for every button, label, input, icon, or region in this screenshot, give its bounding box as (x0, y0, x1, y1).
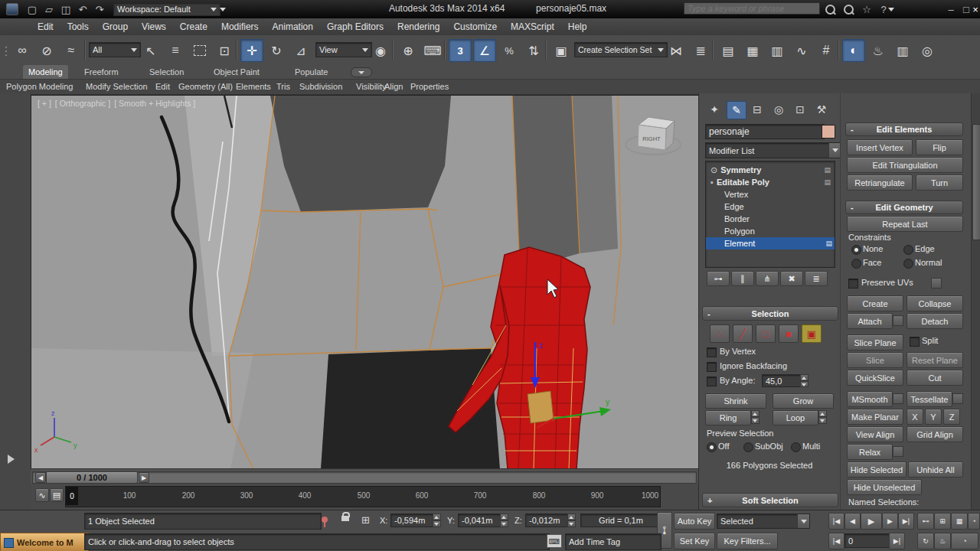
edit-triangulation-button[interactable]: Edit Triangulation (847, 157, 963, 173)
reset-plane-button[interactable]: Reset Plane (906, 352, 963, 368)
by-vertex-checkbox[interactable] (707, 347, 717, 357)
named-selection-sets-dropdown[interactable]: Create Selection Set (574, 42, 668, 57)
stack-row-icon[interactable]: ▤ (824, 166, 831, 174)
tab-selection[interactable]: Selection (144, 65, 189, 79)
set-key-button[interactable]: Set Key (674, 533, 715, 549)
viewport-menu-general[interactable]: [ + ] (38, 99, 51, 108)
x-spinner[interactable] (433, 514, 441, 527)
menu-animation[interactable]: Animation (266, 18, 320, 35)
ribbon-visibility[interactable]: Visibility (356, 80, 387, 93)
turn-button[interactable]: Turn (916, 174, 963, 191)
scene-explorer-icon[interactable]: ▦ (741, 39, 764, 62)
modifier-enabled-icon[interactable]: ⊙ (710, 165, 717, 175)
use-pivot-point-center-icon[interactable]: ◉ (369, 39, 392, 62)
modifier-list-dropdown[interactable]: Modifier List (705, 142, 841, 158)
percent-snap-toggle-icon[interactable]: % (498, 39, 521, 62)
auto-key-button[interactable]: Auto Key (674, 513, 715, 530)
edit-geometry-rollout-header[interactable]: - Edit Geometry (845, 201, 963, 214)
tab-freeform[interactable]: Freeform (79, 65, 124, 79)
search-input[interactable] (684, 2, 820, 15)
by-angle-checkbox[interactable] (707, 377, 717, 386)
workspace-dropdown[interactable]: Workspace: Default (113, 2, 220, 16)
create-button[interactable]: Create (847, 295, 903, 311)
select-and-move-icon[interactable]: ✛ (240, 39, 263, 62)
create-tab-icon[interactable]: ✦ (705, 101, 724, 118)
slice-button[interactable]: Slice (847, 352, 903, 368)
grid-align-button[interactable]: Grid Align (906, 426, 963, 442)
make-planar-button[interactable]: Make Planar (847, 409, 903, 425)
go-to-start-button[interactable]: |◀ (828, 513, 844, 530)
soft-selection-rollout-header[interactable]: + Soft Selection (702, 493, 838, 507)
close-button[interactable]: × (968, 2, 980, 16)
y-spinner[interactable] (500, 514, 508, 527)
playback-loop-button[interactable]: ↻ (917, 533, 934, 549)
viewport-menu-pov[interactable]: [ Orthographic ] (55, 99, 110, 108)
ribbon-elements[interactable]: Elements (236, 80, 271, 93)
spinner-snap-toggle-icon[interactable]: ⇅ (522, 39, 545, 62)
time-step-back-button[interactable]: ◀ (35, 472, 46, 483)
viewport[interactable]: z y RIGHT z x y (31, 95, 700, 470)
collapse-button[interactable]: Collapse (906, 295, 963, 311)
stack-row-icon[interactable]: ▤ (824, 178, 831, 186)
modify-tab-icon[interactable]: ✎ (727, 101, 746, 119)
stack-item-vertex[interactable]: Vertex (707, 188, 833, 201)
menu-graph-editors[interactable]: Graph Editors (320, 18, 390, 35)
edit-elements-rollout-header[interactable]: - Edit Elements (845, 122, 963, 136)
preserve-uvs-checkbox[interactable] (848, 279, 858, 289)
vertex-subobject-icon[interactable]: ∴ (710, 324, 730, 343)
constraint-none-radio[interactable] (851, 245, 861, 255)
ribbon-polygon-modeling[interactable]: Polygon Modeling (6, 80, 73, 93)
constraint-face-radio[interactable] (851, 259, 861, 269)
undo-icon[interactable]: ↶ (75, 2, 90, 16)
viewport-menu-shading[interactable]: [ Smooth + Highlights ] (114, 99, 195, 108)
frame-indicator[interactable]: 0 (66, 487, 78, 505)
current-frame-field[interactable]: 0 (844, 533, 895, 548)
select-and-link-icon[interactable]: ∞ (11, 39, 34, 62)
insert-vertex-button[interactable]: Insert Vertex (847, 139, 913, 155)
ignore-backfacing-checkbox[interactable] (707, 362, 717, 372)
slice-plane-button[interactable]: Slice Plane (847, 334, 903, 350)
track-bar-filter-button[interactable]: ▤ (50, 488, 64, 502)
layer-manager-icon[interactable]: ▤ (717, 39, 740, 62)
rendered-frame-window-icon[interactable]: ▥ (891, 39, 914, 62)
loop-spinner[interactable] (818, 410, 827, 424)
stack-row-icon[interactable]: ▤ (825, 240, 832, 247)
mirror-icon[interactable]: ⋈ (665, 39, 688, 62)
stack-item-polygon[interactable]: Polygon (707, 225, 833, 237)
isolate-selection-icon[interactable]: ⌨ (547, 534, 562, 548)
shrink-button[interactable]: Shrink (705, 393, 766, 409)
select-and-scale-icon[interactable]: ⊿ (289, 39, 312, 62)
tab-populate[interactable]: Populate (289, 65, 333, 79)
key-mode-toggle-button[interactable]: ⊷ (917, 513, 934, 530)
communication-center-icon[interactable] (841, 2, 856, 16)
absolute-offset-toggle-icon[interactable]: ⊞ (361, 514, 370, 526)
detach-button[interactable]: Detach (906, 313, 963, 329)
grow-button[interactable]: Grow (773, 393, 834, 409)
render-production-icon[interactable]: ◎ (916, 39, 939, 62)
attach-list-button[interactable] (893, 315, 903, 326)
constraint-edge-radio[interactable] (903, 245, 913, 255)
ribbon-edit[interactable]: Edit (155, 80, 170, 93)
polygon-subobject-icon[interactable]: ■ (779, 324, 799, 343)
msmooth-settings-button[interactable] (893, 393, 903, 404)
minimize-button[interactable]: – (943, 2, 959, 16)
preview-subobj-radio[interactable] (743, 442, 753, 452)
bind-to-space-warp-icon[interactable]: ≈ (60, 39, 83, 62)
edge-subobject-icon[interactable]: ╱ (733, 324, 753, 343)
remove-modifier-button[interactable]: ✖ (780, 271, 803, 286)
selection-filter-dropdown[interactable]: All (89, 42, 141, 57)
menu-create[interactable]: Create (173, 18, 214, 35)
selected-filter-dropdown[interactable]: Selected (717, 514, 810, 529)
border-subobject-icon[interactable]: □ (756, 324, 776, 343)
open-mini-curve-editor-button[interactable]: ∿ (35, 488, 49, 502)
menu-customize[interactable]: Customize (446, 18, 504, 35)
redo-icon[interactable]: ↷ (92, 2, 107, 16)
rectangular-selection-region-icon[interactable] (188, 39, 211, 62)
hide-unselected-button[interactable]: Hide Unselected (847, 479, 922, 495)
previous-key-button[interactable]: |◀ (828, 533, 844, 549)
help-icon[interactable]: ? (877, 2, 897, 16)
unhide-all-button[interactable]: Unhide All (908, 461, 963, 478)
cut-button[interactable]: Cut (906, 370, 963, 386)
ribbon-modify-selection[interactable]: Modify Selection (86, 80, 148, 93)
select-and-manipulate-icon[interactable]: ⊕ (397, 39, 420, 62)
